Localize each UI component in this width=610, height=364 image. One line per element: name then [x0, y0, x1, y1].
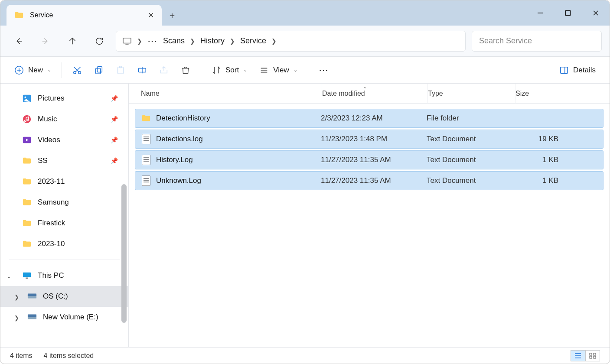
sort-icon — [212, 65, 221, 75]
details-view-button[interactable] — [571, 350, 585, 361]
sort-indicator-icon: ⌃ — [363, 86, 367, 92]
close-tab-icon[interactable]: ✕ — [148, 11, 154, 20]
search-placeholder: Search Service — [479, 36, 532, 46]
sidebar-item[interactable]: Firestick — [0, 213, 128, 234]
chevron-right-icon[interactable]: ❯ — [137, 38, 142, 45]
paste-icon — [116, 65, 125, 75]
sidebar-item[interactable]: 2023-11 — [0, 171, 128, 192]
refresh-button[interactable] — [89, 31, 110, 52]
monitor-icon — [122, 37, 132, 45]
titlebar: Service ✕ ＋ — [0, 0, 610, 26]
rename-button[interactable] — [132, 61, 152, 80]
pin-icon: 📌 — [111, 157, 118, 164]
chevron-right-icon[interactable]: ❯ — [230, 38, 235, 45]
sidebar-drive[interactable]: ❯New Volume (E:) — [0, 307, 128, 328]
svg-rect-16 — [97, 66, 102, 72]
svg-rect-7 — [123, 38, 131, 43]
breadcrumb-service[interactable]: Service — [240, 36, 266, 46]
forward-button[interactable] — [35, 31, 56, 52]
status-selected: 4 items selected — [44, 352, 94, 360]
file-row[interactable]: Detections.log11/23/2023 1:48 PMText Doc… — [135, 130, 603, 149]
chevron-right-icon[interactable]: ❯ — [14, 294, 19, 300]
up-button[interactable] — [62, 31, 83, 52]
column-type[interactable]: Type — [428, 84, 515, 103]
details-icon — [559, 65, 569, 75]
scissors-icon — [72, 65, 82, 75]
delete-button[interactable] — [176, 61, 196, 80]
tab-service[interactable]: Service ✕ — [7, 5, 162, 26]
file-row[interactable]: Unknown.Log11/27/2023 11:35 AMText Docum… — [135, 171, 603, 190]
svg-rect-17 — [96, 68, 101, 74]
sidebar-item[interactable]: 2023-10 — [0, 234, 128, 254]
breadcrumb-history[interactable]: History — [200, 36, 225, 46]
trash-icon — [181, 65, 190, 75]
share-button[interactable] — [154, 61, 174, 80]
document-icon — [142, 176, 150, 186]
chevron-right-icon[interactable]: ❯ — [190, 38, 195, 45]
sidebar-item[interactable]: Music📌 — [0, 109, 128, 130]
document-icon — [142, 134, 150, 144]
view-icon — [259, 65, 269, 75]
close-window-button[interactable] — [582, 0, 610, 26]
chevron-down-icon: ⌄ — [243, 67, 247, 73]
folder-icon — [14, 10, 24, 20]
paste-button[interactable] — [111, 61, 130, 80]
new-button[interactable]: New ⌄ — [9, 61, 56, 80]
sidebar-item[interactable]: Videos📌 — [0, 130, 128, 150]
more-button[interactable]: ⋯ — [313, 61, 335, 80]
sidebar-this-pc[interactable]: ⌄ This PC — [0, 265, 128, 286]
file-row[interactable]: History.Log11/27/2023 11:35 AMText Docum… — [135, 150, 603, 169]
sidebar-item[interactable]: Pictures📌 — [0, 88, 128, 109]
breadcrumb-overflow[interactable]: ⋯ — [147, 36, 158, 47]
column-date[interactable]: Date modified — [322, 84, 428, 103]
more-icon: ⋯ — [319, 65, 329, 76]
thumbnails-view-button[interactable] — [585, 350, 600, 361]
view-button[interactable]: View ⌄ — [254, 61, 303, 80]
sidebar-drive[interactable]: ❯OS (C:) — [0, 286, 128, 307]
chevron-down-icon: ⌄ — [47, 67, 51, 73]
new-icon — [14, 65, 24, 75]
sidebar: Pictures📌Music📌Videos📌SS📌2023-11SamsungF… — [0, 84, 129, 347]
copy-button[interactable] — [89, 61, 109, 80]
new-tab-button[interactable]: ＋ — [162, 5, 183, 26]
file-list: ⌃ Name Date modified Type Size Detection… — [129, 84, 610, 347]
chevron-right-icon[interactable]: ❯ — [14, 315, 19, 321]
pin-icon: 📌 — [111, 116, 118, 123]
svg-rect-32 — [26, 278, 28, 279]
back-button[interactable] — [8, 31, 29, 52]
minimize-button[interactable] — [526, 0, 554, 26]
svg-point-28 — [25, 96, 26, 98]
svg-rect-42 — [590, 356, 592, 358]
chevron-right-icon[interactable]: ❯ — [271, 38, 277, 45]
sidebar-item[interactable]: SS📌 — [0, 150, 128, 171]
sidebar-item[interactable]: Samsung — [0, 192, 128, 213]
svg-rect-25 — [561, 67, 568, 73]
toolbar: New ⌄ Sort ⌄ View ⌄ ⋯ Details — [0, 57, 610, 84]
details-pane-button[interactable]: Details — [554, 61, 601, 80]
drive-icon — [27, 293, 37, 300]
share-icon — [159, 65, 169, 75]
svg-rect-41 — [594, 353, 596, 355]
chevron-down-icon: ⌄ — [294, 67, 297, 73]
search-input[interactable]: Search Service — [472, 31, 602, 52]
breadcrumb-scans[interactable]: Scans — [163, 36, 185, 46]
drive-icon — [27, 314, 37, 321]
monitor-icon — [22, 272, 32, 280]
chevron-down-icon[interactable]: ⌄ — [7, 273, 11, 280]
breadcrumb[interactable]: ❯ ⋯ Scans ❯ History ❯ Service ❯ — [116, 31, 466, 52]
scrollbar[interactable] — [121, 184, 127, 323]
sort-button[interactable]: Sort ⌄ — [206, 61, 252, 80]
file-row[interactable]: DetectionHistory2/3/2023 12:23 AMFile fo… — [135, 109, 603, 128]
svg-rect-31 — [23, 273, 31, 277]
svg-rect-43 — [594, 356, 596, 358]
cut-button[interactable] — [67, 61, 87, 80]
svg-rect-34 — [28, 294, 36, 296]
rename-icon — [137, 65, 147, 75]
pin-icon: 📌 — [111, 136, 118, 143]
svg-rect-36 — [28, 315, 36, 317]
maximize-button[interactable] — [554, 0, 582, 26]
column-size[interactable]: Size — [515, 84, 570, 103]
column-name[interactable]: Name — [141, 84, 322, 103]
column-headers: Name Date modified Type Size — [129, 84, 610, 104]
tab-title: Service — [30, 11, 53, 19]
